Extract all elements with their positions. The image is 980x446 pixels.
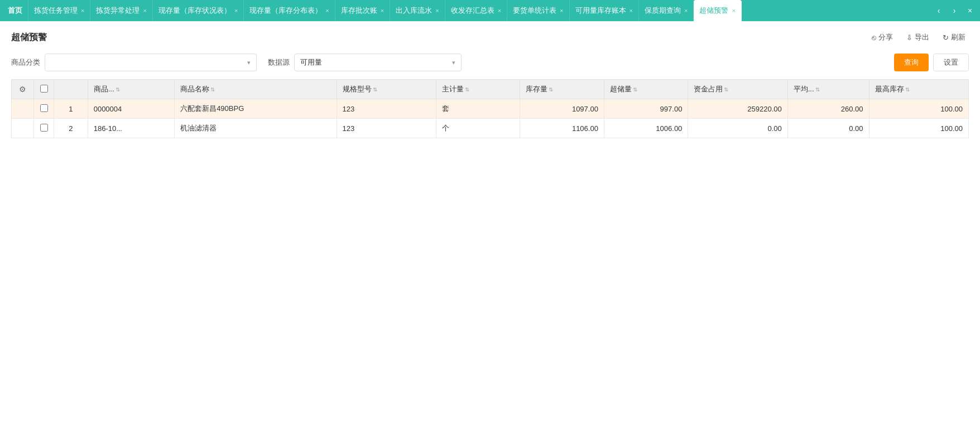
sort-icon-product-code: ⇅ — [116, 86, 120, 93]
nav-close-arrow[interactable]: × — [962, 0, 978, 21]
col-capital[interactable]: 资金占用⇅ — [688, 80, 787, 99]
filter-buttons: 查询 设置 — [894, 54, 969, 71]
nav-tab-label-1: 拣货异常处理 — [96, 6, 140, 16]
col-product-code[interactable]: 商品...⇅ — [88, 80, 174, 99]
datasource-filter: 数据源 可用量 ▾ — [268, 54, 462, 71]
nav-prev-arrow[interactable]: ‹ — [931, 0, 947, 21]
header-actions: ⎋ 分享 ⇩ 导出 ↻ 刷新 — [868, 30, 969, 45]
nav-tab-8[interactable]: 可用量库存账本× — [570, 0, 639, 21]
datasource-select-chevron: ▾ — [452, 59, 455, 66]
nav-tab-close-0[interactable]: × — [81, 7, 84, 14]
nav-tab-close-8[interactable]: × — [630, 7, 633, 14]
commodity-select[interactable]: ▾ — [45, 54, 257, 71]
nav-tab-close-10[interactable]: × — [732, 7, 735, 14]
col-stock[interactable]: 库存量⇅ — [520, 80, 604, 99]
nav-bar: 首页 拣货任务管理×拣货异常处理×现存量（库存状况表）×现存量（库存分布表）×库… — [0, 0, 980, 21]
nav-tab-close-1[interactable]: × — [143, 7, 146, 14]
nav-tab-close-3[interactable]: × — [325, 7, 329, 14]
row-over-stock-0: 997.00 — [604, 99, 688, 119]
nav-tab-close-2[interactable]: × — [234, 7, 238, 14]
col-checkbox — [34, 80, 54, 99]
sort-icon-max-stock: ⇅ — [905, 86, 910, 93]
datasource-select[interactable]: 可用量 ▾ — [294, 54, 462, 71]
sort-icon-stock: ⇅ — [549, 86, 553, 93]
row-over-stock-1: 1006.00 — [604, 119, 688, 138]
col-unit[interactable]: 主计量⇅ — [436, 80, 520, 99]
col-index — [54, 80, 88, 99]
nav-tab-9[interactable]: 保质期查询× — [639, 0, 694, 21]
row-index-1: 2 — [54, 119, 88, 138]
row-unit-1: 个 — [436, 119, 520, 138]
export-label: 导出 — [915, 32, 929, 42]
sort-icon-avg: ⇅ — [815, 86, 820, 93]
nav-tab-close-7[interactable]: × — [560, 7, 563, 14]
nav-tab-label-0: 拣货任务管理 — [34, 6, 78, 16]
table-row: 1 0000004 六配套新昌490BPG 123 套 1097.00 997.… — [12, 99, 969, 119]
refresh-button[interactable]: ↻ 刷新 — [939, 30, 969, 45]
nav-tab-2[interactable]: 现存量（库存状况表）× — [153, 0, 244, 21]
settings-button[interactable]: 设置 — [933, 54, 969, 71]
row-checkbox-cell-0 — [34, 99, 54, 119]
nav-tab-label-8: 可用量库存账本 — [575, 6, 626, 16]
col-product-name[interactable]: 商品名称⇅ — [175, 80, 337, 99]
nav-tab-label-9: 保质期查询 — [645, 6, 681, 16]
query-button[interactable]: 查询 — [894, 54, 929, 71]
nav-home-label: 首页 — [8, 6, 22, 16]
nav-tab-6[interactable]: 收发存汇总表× — [445, 0, 507, 21]
datasource-select-value: 可用量 — [300, 57, 322, 67]
export-button[interactable]: ⇩ 导出 — [903, 30, 933, 45]
nav-tab-label-6: 收发存汇总表 — [451, 6, 494, 16]
gear-icon[interactable]: ⚙ — [19, 85, 26, 94]
page-title: 超储预警 — [11, 32, 47, 43]
commodity-filter-label: 商品分类 — [11, 57, 40, 67]
share-button[interactable]: ⎋ 分享 — [868, 30, 896, 45]
nav-tab-5[interactable]: 出入库流水× — [390, 0, 445, 21]
col-spec[interactable]: 规格型号⇅ — [337, 80, 436, 99]
sort-icon-spec: ⇅ — [373, 86, 377, 93]
col-max-stock[interactable]: 最高库存⇅ — [869, 80, 968, 99]
nav-tab-1[interactable]: 拣货异常处理× — [90, 0, 152, 21]
nav-tab-close-5[interactable]: × — [435, 7, 439, 14]
data-table: ⚙ 商品...⇅ 商品名称⇅ 规格型号⇅ 主计量⇅ 库存量⇅ 超储量⇅ 资金占用… — [11, 79, 969, 138]
row-settings-0 — [12, 99, 34, 119]
nav-next-arrow[interactable]: › — [947, 0, 962, 21]
row-index-0: 1 — [54, 99, 88, 119]
page-header: 超储预警 ⎋ 分享 ⇩ 导出 ↻ 刷新 — [11, 30, 969, 45]
sort-icon-product-name: ⇅ — [210, 86, 215, 93]
nav-tab-0[interactable]: 拣货任务管理× — [28, 0, 90, 21]
nav-tab-10[interactable]: 超储预警× — [694, 0, 741, 21]
commodity-select-chevron: ▾ — [247, 59, 251, 66]
export-icon: ⇩ — [906, 33, 912, 42]
row-max-stock-0: 100.00 — [869, 99, 968, 119]
col-settings: ⚙ — [12, 80, 34, 99]
nav-tab-label-3: 现存量（库存分布表） — [249, 6, 322, 16]
nav-tab-close-6[interactable]: × — [498, 7, 501, 14]
select-all-checkbox[interactable] — [40, 85, 48, 93]
share-label: 分享 — [878, 32, 893, 42]
nav-tab-4[interactable]: 库存批次账× — [335, 0, 390, 21]
row-max-stock-1: 100.00 — [869, 119, 968, 138]
col-avg[interactable]: 平均...⇅ — [787, 80, 869, 99]
nav-tab-3[interactable]: 现存量（库存分布表）× — [244, 0, 335, 21]
refresh-label: 刷新 — [951, 32, 965, 42]
row-checkbox-cell-1 — [34, 119, 54, 138]
row-unit-0: 套 — [436, 99, 520, 119]
row-checkbox-0[interactable] — [40, 104, 48, 112]
commodity-filter: 商品分类 ▾ — [11, 54, 257, 71]
row-product-name-1: 机油滤清器 — [175, 119, 337, 138]
nav-tab-7[interactable]: 要货单统计表× — [507, 0, 569, 21]
page-container: 超储预警 ⎋ 分享 ⇩ 导出 ↻ 刷新 商品分类 ▾ 数据源 — [0, 21, 980, 446]
nav-tab-label-5: 出入库流水 — [396, 6, 432, 16]
share-icon: ⎋ — [872, 33, 876, 42]
col-over-stock[interactable]: 超储量⇅ — [604, 80, 688, 99]
nav-tab-close-4[interactable]: × — [381, 7, 384, 14]
row-stock-0: 1097.00 — [520, 99, 604, 119]
nav-tab-close-9[interactable]: × — [684, 7, 688, 14]
row-spec-1: 123 — [337, 119, 436, 138]
nav-tab-label-7: 要货单统计表 — [513, 6, 556, 16]
nav-home[interactable]: 首页 — [2, 0, 28, 21]
row-spec-0: 123 — [337, 99, 436, 119]
row-capital-1: 0.00 — [688, 119, 787, 138]
row-checkbox-1[interactable] — [40, 124, 48, 132]
datasource-filter-label: 数据源 — [268, 57, 290, 67]
